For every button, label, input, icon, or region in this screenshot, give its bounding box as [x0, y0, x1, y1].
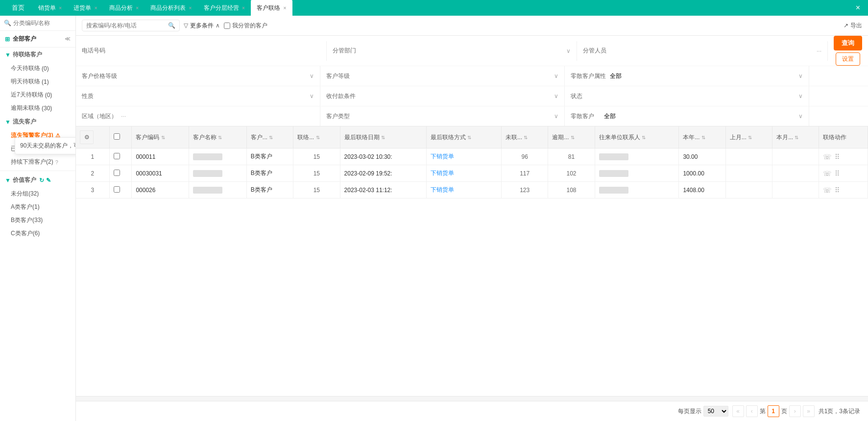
- filter-nature-select[interactable]: ∨: [115, 93, 314, 99]
- filter-dept-select[interactable]: ∨: [366, 48, 571, 54]
- col-overdue[interactable]: 逾期... ⇅: [548, 126, 595, 149]
- query-button[interactable]: 查询: [834, 36, 862, 50]
- row-code: 00030031: [132, 165, 189, 182]
- contact-icon[interactable]: ☏: [823, 186, 832, 194]
- export-button[interactable]: ↗ 导出: [844, 22, 862, 30]
- next-page-btn[interactable]: ›: [789, 405, 801, 417]
- contact-icon[interactable]: ☏: [823, 170, 832, 177]
- close-sales-icon[interactable]: ×: [59, 5, 62, 11]
- sidebar-group-pending[interactable]: ▼ 待联络客户: [0, 48, 75, 62]
- filter-price-grade-select[interactable]: ∨: [121, 73, 314, 79]
- sidebar-all-customers[interactable]: ⊞ 全部客户 ≪: [0, 31, 75, 48]
- question-icon-declining: ?: [55, 159, 58, 165]
- sidebar-item-c-class[interactable]: C类客户(6): [0, 227, 75, 240]
- sidebar-item-declining[interactable]: 持续下滑客户(2) ?: [0, 155, 75, 169]
- sidebar-search-input[interactable]: [13, 20, 76, 26]
- col-last-month[interactable]: 上月... ⇅: [725, 126, 772, 149]
- col-code[interactable]: 客户编码 ⇅: [132, 126, 189, 149]
- close-goods-analysis-icon[interactable]: ×: [136, 5, 139, 11]
- toolbar-search-input[interactable]: [86, 22, 166, 29]
- nav-purchase[interactable]: 进货单 ×: [68, 0, 103, 16]
- refresh-icon[interactable]: ↻: [39, 177, 44, 184]
- nav-customer-contact[interactable]: 客户联络 ×: [251, 0, 292, 16]
- sidebar-group-value[interactable]: ▼ 价值客户 ↻ ✎: [0, 173, 75, 187]
- col-name[interactable]: 客户名称 ⇅: [189, 126, 247, 149]
- sidebar-item-b-class[interactable]: B类客户(33): [0, 214, 75, 227]
- last-page-btn[interactable]: »: [803, 405, 815, 417]
- close-goods-list-icon[interactable]: ×: [189, 5, 192, 11]
- sidebar-item-7days[interactable]: 近7天待联络(0): [0, 88, 75, 101]
- nav-customer-tier[interactable]: 客户分层经营 ×: [198, 0, 251, 16]
- more-actions-icon[interactable]: ⠿: [835, 186, 840, 194]
- filter-payment-select[interactable]: ∨: [360, 93, 558, 99]
- row-checkbox[interactable]: [114, 153, 120, 159]
- row-last-method-link[interactable]: 下销货单: [431, 170, 454, 176]
- col-checkbox[interactable]: [109, 126, 132, 149]
- filter-region-select[interactable]: ···: [121, 113, 314, 120]
- customer-table: ⚙ 客户编码 ⇅ 客户名称 ⇅ 客户... ⇅ 联络... ⇅ 最后联络日期 ⇅…: [76, 126, 868, 198]
- table-settings-icon[interactable]: ⚙: [80, 130, 94, 144]
- my-customers-check[interactable]: [224, 23, 230, 29]
- toolbar-search-icon[interactable]: 🔍: [168, 22, 175, 29]
- filter-phone-input[interactable]: [115, 48, 320, 54]
- prev-page-btn[interactable]: ‹: [746, 405, 758, 417]
- sort-last-date-icon: ⇅: [381, 135, 385, 140]
- row-checkbox-cell[interactable]: [109, 149, 132, 165]
- filter-payment-label: 收付款条件: [326, 92, 356, 100]
- col-contacts[interactable]: 往来单位联系人 ⇅: [595, 126, 679, 149]
- more-actions-icon[interactable]: ⠿: [835, 153, 840, 161]
- col-this-month[interactable]: 本月... ⇅: [772, 126, 819, 149]
- sidebar-item-a-class[interactable]: A类客户(1): [0, 200, 75, 214]
- row-checkbox[interactable]: [114, 186, 120, 193]
- select-all-checkbox[interactable]: [114, 133, 120, 140]
- row-last-method-link[interactable]: 下销货单: [431, 153, 454, 160]
- sidebar-item-tomorrow[interactable]: 明天待联络(1): [0, 75, 75, 88]
- col-uncontacted[interactable]: 未联... ⇅: [501, 126, 548, 149]
- col-last-date[interactable]: 最后联络日期 ⇅: [340, 126, 426, 149]
- filter-more-btn[interactable]: ▽ 更多条件 ∧: [184, 22, 220, 30]
- row-checkbox-cell[interactable]: [109, 182, 132, 198]
- col-contact[interactable]: 联络... ⇅: [293, 126, 340, 149]
- filter-nature: 性质 ∨: [76, 86, 320, 106]
- col-settings[interactable]: ⚙: [76, 126, 109, 149]
- filter-row-4: 区域（地区） ··· 客户类型 ∨ 零散客户 全部 ∨: [76, 106, 868, 126]
- row-last-method-link[interactable]: 下销货单: [431, 186, 454, 193]
- filter-scatter-attr-select[interactable]: 全部 ∨: [610, 72, 803, 80]
- close-customer-contact-icon[interactable]: ×: [283, 5, 286, 11]
- sidebar-group-lost[interactable]: ▼ 流失客户: [0, 115, 75, 129]
- filter-actions: 查询 设置: [828, 36, 868, 66]
- sidebar-item-ungrouped[interactable]: 未分组(32): [0, 187, 75, 200]
- close-purchase-icon[interactable]: ×: [94, 5, 97, 11]
- nav-goods-list[interactable]: 商品分析列表 ×: [145, 0, 197, 16]
- sort-code-icon: ⇅: [161, 135, 165, 140]
- bottom-scrollbar[interactable]: [76, 396, 868, 401]
- settings-button[interactable]: 设置: [836, 52, 860, 66]
- sidebar-item-overdue[interactable]: 逾期未联络(30): [0, 101, 75, 115]
- row-overdue: 81: [548, 149, 595, 165]
- filter-customer-type-select[interactable]: ∨: [360, 113, 558, 120]
- row-checkbox-cell[interactable]: [109, 165, 132, 182]
- more-actions-icon[interactable]: ⠿: [835, 170, 840, 177]
- filter-phone: 电话号码: [76, 41, 327, 61]
- filter-region-dots[interactable]: ···: [121, 113, 126, 120]
- filter-customer-grade-select[interactable]: ∨: [360, 73, 558, 79]
- sidebar-item-today[interactable]: 今天待联络(0): [0, 62, 75, 75]
- nav-goods-analysis[interactable]: 商品分析 ×: [103, 0, 145, 16]
- edit-icon[interactable]: ✎: [46, 177, 51, 184]
- close-customer-tier-icon[interactable]: ×: [242, 5, 245, 11]
- contact-icon[interactable]: ☏: [823, 153, 832, 161]
- filter-person-input[interactable]: [616, 48, 817, 54]
- my-customers-checkbox[interactable]: 我分管的客户: [224, 22, 267, 30]
- col-this-year[interactable]: 本年... ⇅: [679, 126, 725, 149]
- filter-status-select[interactable]: ∨: [604, 93, 803, 99]
- filter-scatter-select[interactable]: 全部 ∨: [604, 112, 803, 121]
- row-checkbox[interactable]: [114, 170, 120, 176]
- col-type[interactable]: 客户... ⇅: [246, 126, 293, 149]
- col-last-method[interactable]: 最后联络方式 ⇅: [426, 126, 501, 149]
- nav-home[interactable]: 首页: [4, 0, 32, 16]
- close-window-button[interactable]: ×: [852, 3, 864, 12]
- first-page-btn[interactable]: «: [732, 405, 744, 417]
- per-page-select[interactable]: 50 100 200: [703, 406, 728, 417]
- filter-person-dots[interactable]: ···: [817, 48, 821, 54]
- nav-sales[interactable]: 销货单 ×: [32, 0, 68, 16]
